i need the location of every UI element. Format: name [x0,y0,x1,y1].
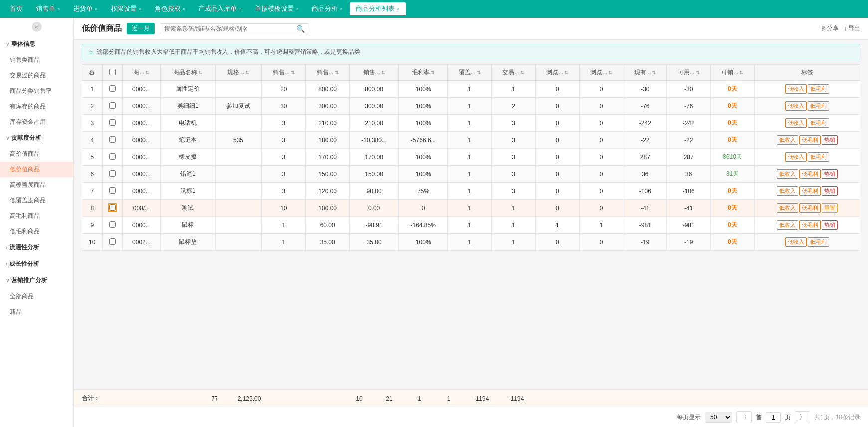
sidebar-item-stocked-goods[interactable]: 有库存的商品 [0,99,73,114]
close-icon[interactable]: × [183,6,186,12]
row-b1[interactable]: 0 [535,149,579,166]
row-checkbox[interactable] [102,234,122,251]
close-icon[interactable]: × [340,6,343,12]
row-checkbox[interactable] [102,115,122,132]
page-size-select[interactable]: 50 10 20 100 [705,412,732,423]
top-nav: 首页 销售单 × 进货单 × 权限设置 × 角色授权 × 产成品入库单 × 单据… [0,0,868,18]
row-checkbox[interactable] [102,217,122,234]
close-icon[interactable]: × [57,6,60,12]
sidebar-item-low-margin[interactable]: 低毛利商品 [0,224,73,239]
row-select-checkbox[interactable] [109,153,116,160]
nav-purchase-order[interactable]: 进货单 × [67,2,104,15]
row-select-checkbox[interactable] [109,221,116,228]
sidebar-group-liquidity[interactable]: › 流通性分析 [0,239,73,256]
row-gm: 100% [399,234,448,251]
sidebar-item-new-goods[interactable]: 新品 [0,304,73,320]
row-select-checkbox[interactable] [109,102,116,109]
close-icon[interactable]: × [397,6,400,12]
nav-home[interactable]: 首页 [4,2,29,15]
col-sales1[interactable]: 销售...⇅ [262,65,306,81]
row-select-checkbox[interactable] [109,119,116,126]
sidebar-group-marketing[interactable]: ∨ 营销推广分析 [0,272,73,289]
sidebar-item-stock-capital[interactable]: 库存资金占用 [0,114,73,130]
row-checkbox[interactable] [102,149,122,166]
row-select-checkbox[interactable] [109,170,116,177]
row-b1[interactable]: 0 [535,98,579,115]
search-icon[interactable]: 🔍 [296,25,305,33]
row-select-checkbox[interactable] [109,187,116,194]
row-checkbox[interactable] [102,166,122,183]
last-page-button[interactable]: 〉 [795,411,810,423]
export-button[interactable]: ↑ 导出 [844,24,860,33]
row-b1[interactable]: 0 [535,115,579,132]
sidebar-item-low-coverage[interactable]: 低覆盖度商品 [0,193,73,208]
sidebar-item-all-goods[interactable]: 全部商品 [0,289,73,304]
sidebar-group-overall[interactable]: ∨ 整体信息 [0,36,73,52]
close-icon[interactable]: × [296,6,299,12]
col-browse1[interactable]: 浏览...⇅ [535,65,579,81]
sidebar-collapse-button[interactable]: « [32,22,42,32]
col-coverage[interactable]: 覆盖...⇅ [448,65,492,81]
col-stock2[interactable]: 可用...⇅ [667,65,711,81]
close-icon[interactable]: × [95,6,98,12]
row-select-checkbox[interactable] [109,136,116,143]
table-row: 3 0000... 电话机 3 210.00 210.00 100% 1 3 0… [82,115,860,132]
col-stock3[interactable]: 可销...⇅ [711,65,755,81]
sidebar-item-high-coverage[interactable]: 高覆盖度商品 [0,177,73,193]
row-no: 5 [82,149,103,166]
row-checkbox[interactable] [102,132,122,149]
period-button[interactable]: 近一月 [127,23,155,34]
col-checkbox[interactable] [102,65,122,81]
col-gross-margin[interactable]: 毛利率⇅ [399,65,448,81]
sidebar-item-category-sales-rate[interactable]: 商品分类销售率 [0,83,73,99]
row-b1[interactable]: 0 [535,200,579,217]
row-b1[interactable]: 0 [535,132,579,149]
row-select-checkbox[interactable] [109,204,116,211]
sort-icon: ⇅ [335,70,339,75]
page-number-input[interactable] [766,412,781,423]
row-b1[interactable]: 0 [535,81,579,98]
nav-product-warehouse[interactable]: 产成品入库单 × [192,2,248,15]
nav-product-analysis[interactable]: 商品分析 × [306,2,349,15]
row-select-checkbox[interactable] [109,85,116,92]
nav-role-auth[interactable]: 角色授权 × [149,2,192,15]
close-icon[interactable]: × [139,6,142,12]
row-b1[interactable]: 1 [535,217,579,234]
gear-icon[interactable]: ⚙ [89,69,95,77]
col-sales2[interactable]: 销售...⇅ [306,65,350,81]
row-name: 鼠标1 [161,183,215,200]
col-stock1[interactable]: 现有...⇅ [623,65,667,81]
row-checkbox[interactable] [102,98,122,115]
row-checkbox[interactable] [102,183,122,200]
close-icon[interactable]: × [239,6,242,12]
row-select-checkbox[interactable] [109,238,116,245]
row-checkbox[interactable] [102,200,122,217]
col-code[interactable]: 商...⇅ [122,65,161,81]
sidebar-item-high-margin[interactable]: 高毛利商品 [0,208,73,224]
row-b1[interactable]: 0 [535,183,579,200]
sidebar-item-traded-goods[interactable]: 交易过的商品 [0,68,73,83]
nav-product-analysis-list[interactable]: 商品分析列表 × [350,2,406,15]
row-b1[interactable]: 0 [535,234,579,251]
select-all-checkbox[interactable] [109,69,116,75]
nav-permission[interactable]: 权限设置 × [105,2,148,15]
col-sales3[interactable]: 销售...⇅ [350,65,399,81]
sidebar-item-high-value[interactable]: 高价值商品 [0,146,73,162]
col-name[interactable]: 商品名称⇅ [161,65,215,81]
row-b1[interactable]: 0 [535,166,579,183]
col-browse2[interactable]: 浏览...⇅ [579,65,623,81]
row-checkbox[interactable] [102,81,122,98]
sidebar-group-growth[interactable]: › 成长性分析 [0,256,73,272]
sidebar-group-contribution[interactable]: ∨ 贡献度分析 [0,130,73,146]
share-button[interactable]: ⎘ 分享 [822,24,839,33]
search-input[interactable] [164,25,296,32]
col-settings[interactable]: ⚙ [82,65,103,81]
row-s3: 170.00 [350,149,399,166]
sidebar-item-sales-goods[interactable]: 销售类商品 [0,52,73,68]
sidebar-item-low-value[interactable]: 低价值商品 [0,162,73,177]
col-trade[interactable]: 交易...⇅ [492,65,536,81]
nav-sales-order[interactable]: 销售单 × [30,2,66,15]
first-page-button[interactable]: 〈 [736,411,752,423]
col-spec[interactable]: 规格...⇅ [215,65,262,81]
nav-template-setting[interactable]: 单据模板设置 × [249,2,305,15]
